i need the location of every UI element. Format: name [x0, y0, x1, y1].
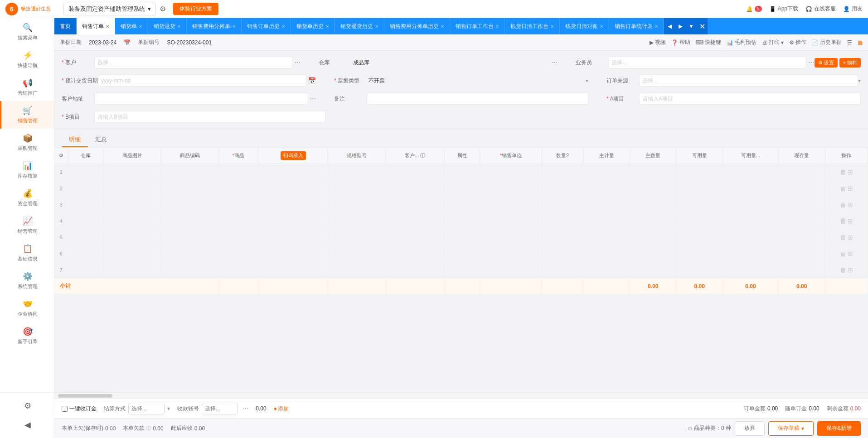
- delete-btn-5[interactable]: 🗑: [840, 234, 846, 241]
- order-source-input[interactable]: [639, 75, 858, 87]
- view-btn[interactable]: ▶ 视频: [650, 39, 666, 46]
- tab-prev-btn[interactable]: ◀: [664, 18, 675, 34]
- a-project-input[interactable]: [639, 93, 861, 105]
- sidebar-item-search[interactable]: 🔍 搜索菜单: [0, 18, 54, 46]
- list-view-btn[interactable]: ☰: [847, 39, 852, 46]
- tab-daily-clear[interactable]: 钱货日清工作台 ✕: [505, 18, 560, 34]
- receipt-account-more-icon[interactable]: ···: [242, 404, 248, 413]
- copy-btn-4[interactable]: ⊞: [848, 217, 853, 225]
- tab-sales-order[interactable]: 销售订单 ✕: [77, 18, 115, 34]
- tab-home[interactable]: 首页: [54, 18, 77, 34]
- sidebar-item-quicknav[interactable]: ⚡ 快捷导航: [0, 46, 54, 73]
- delete-btn-7[interactable]: 🗑: [840, 266, 846, 274]
- delivery-date-input[interactable]: [98, 75, 306, 87]
- sidebar-item-marketing[interactable]: 📢 营销推广: [0, 73, 54, 101]
- add-material-button[interactable]: + 物料: [839, 58, 861, 67]
- sidebar-item-sales[interactable]: 🛒 销售管理: [0, 101, 54, 129]
- sidebar-item-finance[interactable]: 💰 资金管理: [0, 184, 54, 212]
- scroll-thumb[interactable]: [58, 394, 112, 398]
- save-new-button[interactable]: 保存&新增: [817, 421, 861, 436]
- remark-input[interactable]: [367, 93, 588, 105]
- settings-button[interactable]: ⚙ 设置: [815, 58, 838, 67]
- calendar-icon[interactable]: 📅: [124, 39, 131, 46]
- sidebar-item-system[interactable]: ⚙️ 系统管理: [0, 267, 54, 294]
- help-btn[interactable]: ❓ 帮助: [671, 39, 690, 46]
- tab-invoice-history-close[interactable]: ✕: [325, 24, 329, 29]
- tab-sales-return[interactable]: 销货退货 ✕: [148, 18, 187, 34]
- tab-expense-split-close[interactable]: ✕: [232, 24, 236, 29]
- tab-return-history-close[interactable]: ✕: [375, 24, 378, 29]
- one-click-checkbox[interactable]: [62, 406, 68, 412]
- tab-daily-clear-close[interactable]: ✕: [550, 24, 554, 29]
- sidebar-item-purchase[interactable]: 📦 采购管理: [0, 129, 54, 156]
- sidebar-item-basic[interactable]: 📋 基础信息: [0, 239, 54, 267]
- warehouse-more-icon[interactable]: ···: [551, 58, 557, 67]
- tab-return-history[interactable]: 销货退货历史 ✕: [335, 18, 384, 34]
- tab-order-workbench-close[interactable]: ✕: [495, 24, 499, 29]
- gear-icon[interactable]: ⚙: [160, 5, 166, 13]
- delete-btn-3[interactable]: 🗑: [840, 201, 846, 208]
- tab-expense-split[interactable]: 销售费用分摊单 ✕: [187, 18, 242, 34]
- one-click-checkbox-area[interactable]: 一键收订金: [62, 405, 97, 413]
- profit-btn[interactable]: 📊 毛利预估: [727, 39, 756, 46]
- sidebar-item-ops[interactable]: 📈 经营管理: [0, 212, 54, 239]
- delete-btn-4[interactable]: 🗑: [840, 217, 846, 225]
- add-button[interactable]: ● 添加: [274, 405, 289, 413]
- shortcut-btn[interactable]: ⌨ 快捷键: [696, 39, 721, 46]
- online-service-item[interactable]: 🎧 在线客服: [805, 5, 836, 13]
- tab-expense-history-close[interactable]: ✕: [441, 24, 444, 29]
- tab-invoice-history[interactable]: 销货单历史 ✕: [291, 18, 335, 34]
- tab-detail[interactable]: 明细: [62, 133, 88, 147]
- settlement-chevron-icon[interactable]: ▾: [167, 405, 170, 412]
- scroll-bar-area[interactable]: [54, 392, 868, 399]
- salesperson-input[interactable]: [608, 57, 807, 68]
- tab-order-workbench[interactable]: 销售订单工作台 ✕: [450, 18, 505, 34]
- tab-reconcile[interactable]: 钱货日清对账 ✕: [560, 18, 609, 34]
- solution-button[interactable]: 体验行业方案: [173, 3, 218, 15]
- tab-reconcile-close[interactable]: ✕: [600, 24, 603, 29]
- invoice-type-chevron-icon[interactable]: ▾: [586, 77, 588, 84]
- delivery-calendar-icon[interactable]: 📅: [308, 77, 316, 84]
- order-source-chevron-icon[interactable]: ▾: [858, 77, 861, 84]
- tab-order-history[interactable]: 销售订单历史 ✕: [242, 18, 291, 34]
- sidebar-item-gear[interactable]: ⚙: [0, 396, 54, 415]
- copy-btn-6[interactable]: ⊞: [848, 250, 853, 257]
- copy-btn-3[interactable]: ⊞: [848, 201, 853, 208]
- salesperson-more-icon[interactable]: ···: [808, 58, 814, 67]
- address-more-icon[interactable]: ···: [310, 95, 316, 103]
- save-draft-button[interactable]: 保存草稿 ▾: [768, 421, 814, 436]
- ops-btn[interactable]: ⚙ 操作: [789, 39, 806, 46]
- receipt-account-input[interactable]: [202, 403, 238, 414]
- notification-item[interactable]: 🔔 9: [746, 6, 762, 12]
- settlement-input[interactable]: [128, 403, 165, 414]
- copy-btn-2[interactable]: ⊞: [848, 185, 853, 192]
- delete-btn-1[interactable]: 🗑: [840, 168, 846, 176]
- tab-stats[interactable]: 销售订单统计表 ✕: [609, 18, 664, 34]
- copy-btn-1[interactable]: ⊞: [848, 168, 853, 176]
- tab-expense-history[interactable]: 销售费用分摊单历史 ✕: [384, 18, 450, 34]
- delete-btn-6[interactable]: 🗑: [840, 250, 846, 257]
- print-btn[interactable]: 🖨 打印 ▾: [762, 39, 784, 46]
- tab-menu-btn[interactable]: ▼: [686, 18, 697, 34]
- tab-order-history-close[interactable]: ✕: [281, 24, 285, 29]
- tab-close-all-btn[interactable]: ✕: [697, 18, 708, 34]
- history-btn[interactable]: 📄 历史单据: [812, 39, 842, 46]
- tab-sales-invoice-close[interactable]: ✕: [139, 24, 142, 29]
- delete-btn-2[interactable]: 🗑: [840, 185, 846, 192]
- tab-next-btn[interactable]: ▶: [675, 18, 686, 34]
- sidebar-item-guide[interactable]: 🎯 新手引导: [0, 322, 54, 350]
- customer-more-icon[interactable]: ···: [295, 58, 301, 67]
- address-input[interactable]: [94, 93, 308, 105]
- tab-sales-invoice[interactable]: 销货单 ✕: [115, 18, 148, 34]
- tab-sales-order-close[interactable]: ✕: [106, 24, 109, 29]
- app-download-item[interactable]: 📱 App下载: [769, 5, 798, 13]
- sidebar-item-collapse[interactable]: ◀: [0, 415, 54, 434]
- sidebar-item-enterprise[interactable]: 🤝 企业协同: [0, 294, 54, 322]
- scan-btn[interactable]: 扫码录入: [281, 151, 306, 160]
- system-title[interactable]: 装备及固定资产辅助管理系统 ▾: [63, 3, 156, 15]
- discard-button[interactable]: 放弃: [735, 421, 765, 436]
- th-settings[interactable]: ⚙: [54, 148, 68, 164]
- user-item[interactable]: 👤 用友: [843, 5, 863, 13]
- copy-btn-7[interactable]: ⊞: [848, 266, 853, 274]
- tab-sales-return-close[interactable]: ✕: [177, 24, 181, 29]
